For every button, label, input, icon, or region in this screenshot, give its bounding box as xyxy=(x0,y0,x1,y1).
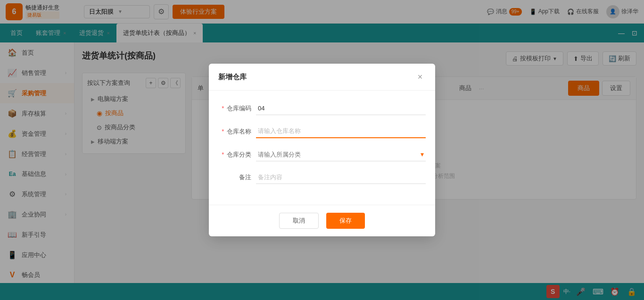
modal-close-button[interactable]: × xyxy=(414,71,426,83)
modal-header: 新增仓库 × xyxy=(209,64,435,91)
warehouse-note-input[interactable] xyxy=(256,171,426,184)
cancel-button[interactable]: 取消 xyxy=(279,213,319,229)
modal-title: 新增仓库 xyxy=(218,73,247,82)
form-row-category: * 仓库分类 ▾ xyxy=(218,148,426,161)
form-row-code: * 仓库编码 xyxy=(218,102,426,115)
code-label: * 仓库编码 xyxy=(218,104,256,113)
modal-footer: 取消 保存 xyxy=(209,205,435,236)
category-label: * 仓库分类 xyxy=(218,150,256,159)
modal-body: * 仓库编码 * 仓库名称 * 仓库分类 xyxy=(209,91,435,205)
category-select-wrapper[interactable]: ▾ xyxy=(256,148,426,161)
form-row-name: * 仓库名称 xyxy=(218,125,426,138)
name-label: * 仓库名称 xyxy=(218,127,256,136)
note-label: 备注 xyxy=(218,173,256,182)
warehouse-name-input[interactable] xyxy=(256,125,426,138)
new-warehouse-modal: 新增仓库 × * 仓库编码 * 仓库名称 xyxy=(209,64,435,236)
category-dropdown-icon: ▾ xyxy=(421,150,424,158)
warehouse-code-input[interactable] xyxy=(256,102,426,115)
save-button[interactable]: 保存 xyxy=(326,213,365,229)
category-input[interactable] xyxy=(258,151,421,158)
form-row-note: 备注 xyxy=(218,171,426,184)
modal-overlay: 新增仓库 × * 仓库编码 * 仓库名称 xyxy=(0,0,644,300)
